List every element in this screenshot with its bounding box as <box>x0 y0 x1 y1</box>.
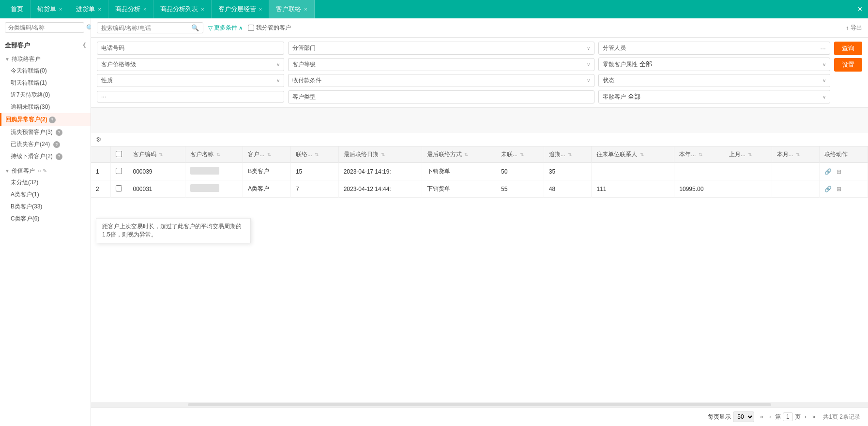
repurchase-info-icon[interactable]: ? <box>49 117 56 123</box>
main-layout: 🔍 全部客户 《 ▼ 待联络客户 今天待联络(0) 明天待联络(1) 近7天待联… <box>0 18 868 426</box>
query-button[interactable]: 查询 <box>834 42 862 55</box>
sort-last-month-icon[interactable]: ⇅ <box>748 152 752 157</box>
last-page-button[interactable]: » <box>810 412 818 421</box>
sort-code-icon[interactable]: ⇅ <box>159 152 163 157</box>
branch-person-dots[interactable]: ··· <box>820 44 826 52</box>
tab-close-purchase-order[interactable]: × <box>98 6 101 12</box>
sort-method-icon[interactable]: ⇅ <box>464 152 468 157</box>
row1-checkbox[interactable] <box>116 168 122 174</box>
sidebar-item-class-a[interactable]: A类客户(1) <box>0 189 91 201</box>
filter-retail-attr-field[interactable]: 零散客户属性 全部 ∨ <box>598 58 830 71</box>
more-conditions-button[interactable]: ▽ 更多条件 ∧ <box>208 24 243 32</box>
sidebar-search-icon[interactable]: 🔍 <box>86 24 91 31</box>
sidebar-collapse-icon[interactable]: 《 <box>80 42 86 50</box>
action-link-1[interactable]: 🔗 <box>824 168 832 175</box>
sort-overdue-icon[interactable]: ⇅ <box>568 152 572 157</box>
action-grid-1[interactable]: ⊞ <box>837 168 841 175</box>
declining-info-icon[interactable]: ? <box>56 153 62 160</box>
select-all-checkbox[interactable] <box>116 151 122 157</box>
tab-product-analysis-list[interactable]: 商品分析列表 × <box>153 0 211 18</box>
tab-close-customer-segmentation[interactable]: × <box>259 6 262 12</box>
top-navigation: 首页 销货单 × 进货单 × 商品分析 × 商品分析列表 × 客户分层经营 × … <box>0 0 868 18</box>
tab-purchase-order[interactable]: 进货单 × <box>69 0 108 18</box>
filter-more-dots-field[interactable]: ··· <box>97 91 284 103</box>
tab-home[interactable]: 首页 <box>4 0 30 18</box>
sidebar-item-overdue-contact[interactable]: 逾期未联络(30) <box>0 101 91 113</box>
filter-search-icon[interactable]: 🔍 <box>191 24 199 31</box>
settings-button[interactable]: 设置 <box>834 58 862 72</box>
tab-close-customer-contact[interactable]: × <box>304 6 307 12</box>
row2-checkbox[interactable] <box>116 185 122 191</box>
filter-retail-customer-field[interactable]: 零散客户 全部 ∨ <box>598 90 830 103</box>
filter-price-level-field[interactable]: 客户价格等级 ∨ <box>97 58 284 71</box>
filter-phone-field[interactable]: 电话号码 <box>97 42 284 55</box>
value-customers-group[interactable]: ▼ 价值客户 ○ ✎ <box>0 164 91 176</box>
pending-contact-group[interactable]: ▼ 待联络客户 <box>0 53 91 65</box>
pending-group-arrow: ▼ <box>5 57 10 62</box>
filter-row-4: ··· 客户类型 零散客户 全部 ∨ <box>97 90 830 103</box>
table-settings-icon[interactable]: ⚙ <box>96 136 102 143</box>
td-contact-person-1 <box>592 163 674 180</box>
sidebar-item-7days-contact[interactable]: 近7天待联络(0) <box>0 89 91 101</box>
export-button[interactable]: ↑ 导出 <box>846 24 862 32</box>
method-link-2[interactable]: 下销货单 <box>427 185 450 192</box>
td-checkbox-2 <box>110 180 128 198</box>
churned-info-icon[interactable]: ? <box>53 141 60 148</box>
method-link-1[interactable]: 下销货单 <box>427 168 450 175</box>
sort-date-icon[interactable]: ⇅ <box>381 152 385 157</box>
tab-close-product-analysis[interactable]: × <box>143 6 146 12</box>
sidebar-item-today-contact[interactable]: 今天待联络(0) <box>0 65 91 77</box>
filter-customer-level-field[interactable]: 客户等级 ∨ <box>288 58 594 71</box>
tab-customer-contact[interactable]: 客户联络 × <box>269 0 314 18</box>
horizontal-scrollbar[interactable] <box>91 402 868 407</box>
churn-warning-info-icon[interactable]: ? <box>56 129 62 136</box>
sort-contact-person-icon[interactable]: ⇅ <box>640 152 644 157</box>
tab-customer-segmentation[interactable]: 客户分层经营 × <box>212 0 269 18</box>
tab-close-sales-order[interactable]: × <box>59 6 62 12</box>
sort-contact-icon[interactable]: ⇅ <box>315 152 319 157</box>
sidebar-item-churn-warning[interactable]: 流失预警客户(3) ? <box>0 126 91 138</box>
first-page-button[interactable]: « <box>758 412 765 421</box>
my-customers-checkbox[interactable] <box>248 25 254 31</box>
sort-this-year-icon[interactable]: ⇅ <box>699 152 702 157</box>
sidebar-search-input[interactable] <box>5 22 84 33</box>
sidebar-item-repurchase-abnormal[interactable]: 回购异常客户(2) ? <box>0 113 91 126</box>
filter-branch-dept-field[interactable]: 分管部门 ∨ <box>288 42 594 55</box>
gender-arrow: ∨ <box>276 78 280 83</box>
prev-page-button[interactable]: ‹ <box>767 412 773 421</box>
action-link-2[interactable]: 🔗 <box>824 186 832 192</box>
per-page-select[interactable]: 50 <box>733 411 754 422</box>
sidebar-item-declining[interactable]: 持续下滑客户(2) ? <box>0 150 91 162</box>
sidebar-item-class-b[interactable]: B类客户(33) <box>0 201 91 213</box>
tab-product-analysis[interactable]: 商品分析 × <box>108 0 153 18</box>
sort-this-month-icon[interactable]: ⇅ <box>796 152 800 157</box>
td-uncontacted-1: 50 <box>496 163 544 180</box>
filter-branch-person-field[interactable]: 分管人员 ··· <box>598 42 830 55</box>
th-customer-name: 客户名称 ⇅ <box>185 147 243 163</box>
sort-name-icon[interactable]: ⇅ <box>216 152 220 157</box>
window-close-button[interactable]: × <box>858 5 862 14</box>
value-customers-edit-icon[interactable]: ○ ✎ <box>38 168 47 174</box>
sidebar-item-class-c[interactable]: C类客户(6) <box>0 213 91 225</box>
tab-close-product-analysis-list[interactable]: × <box>201 6 204 12</box>
filter-icon: ▽ <box>208 25 213 31</box>
filter-row-1: 电话号码 分管部门 ∨ 分管人员 ··· <box>97 42 830 55</box>
sort-uncontacted-icon[interactable]: ⇅ <box>520 152 524 157</box>
th-index <box>91 147 110 163</box>
sidebar-item-tomorrow-contact[interactable]: 明天待联络(1) <box>0 77 91 89</box>
next-page-button[interactable]: › <box>803 412 808 421</box>
scrollbar-track[interactable] <box>188 403 771 406</box>
filter-customer-type-field[interactable]: 客户类型 <box>288 90 594 103</box>
tab-sales-order[interactable]: 销货单 × <box>30 0 69 18</box>
action-grid-2[interactable]: ⊞ <box>837 186 841 192</box>
filter-payment-field[interactable]: 收付款条件 ∨ <box>288 74 594 87</box>
filter-status-field[interactable]: 状态 ∨ <box>598 74 830 87</box>
sidebar-item-churned[interactable]: 已流失客户(24) ? <box>0 138 91 150</box>
filter-search-input[interactable] <box>101 25 191 31</box>
th-this-year: 本年... ⇅ <box>674 147 724 163</box>
td-name-1 <box>185 163 243 180</box>
sort-level-icon[interactable]: ⇅ <box>267 152 271 157</box>
filter-gender-field[interactable]: 性质 ∨ <box>97 74 284 87</box>
per-page-selector: 每页显示 50 <box>708 411 754 422</box>
sidebar-item-unclassified[interactable]: 未分组(32) <box>0 176 91 189</box>
